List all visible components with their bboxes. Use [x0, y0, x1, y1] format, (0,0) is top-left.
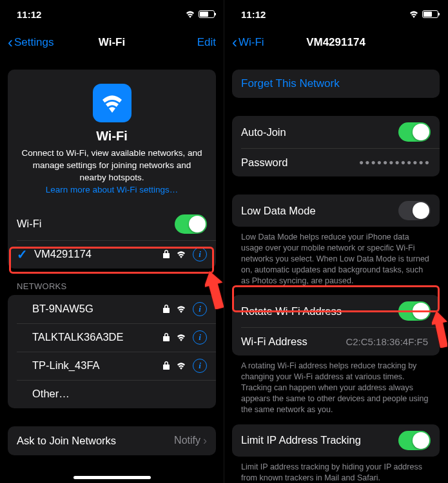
limit-footer: Limit IP address tracking by hiding your… [232, 457, 440, 483]
ask-value: Notify [174, 435, 200, 446]
rotate-label: Rotate Wi-Fi Address [241, 305, 398, 317]
wifi-toggle[interactable] [175, 214, 207, 234]
ask-to-join-row[interactable]: Ask to Join Networks Notify › [8, 426, 216, 455]
limit-toggle[interactable] [398, 431, 431, 450]
info-icon[interactable]: i [193, 302, 207, 316]
forget-network-button[interactable]: Forget This Network [232, 70, 440, 98]
status-icons [409, 10, 438, 18]
limit-label: Limit IP Address Tracking [241, 434, 398, 446]
back-button[interactable]: ‹ Settings [8, 35, 54, 50]
screenshot-wifi-list: 11:12 ‹ Settings Wi-Fi Edit Wi-Fi [0, 0, 224, 483]
networks-list: BT-9NAW5G i TALKTALK36A3DE i [8, 295, 216, 408]
info-icon[interactable]: i [193, 330, 207, 345]
edit-button[interactable]: Edit [197, 36, 216, 49]
password-label: Password [241, 156, 359, 169]
wifi-signal-icon [176, 334, 186, 341]
wifi-addr-label: Wi-Fi Address [241, 336, 346, 348]
screenshot-network-detail: 11:12 ‹ Wi-Fi VM4291174 Forget This Netw… [224, 0, 447, 483]
connected-network-row[interactable]: ✓ VM4291174 i [8, 240, 216, 269]
hero-learn-more-link[interactable]: Learn more about Wi-Fi settings… [46, 185, 179, 194]
wifi-hero-card: Wi-Fi Connect to Wi-Fi, view available n… [8, 70, 216, 269]
wifi-icon [185, 10, 195, 18]
low-data-toggle[interactable] [398, 201, 431, 220]
forget-label: Forget This Network [241, 77, 340, 90]
low-data-footer: Low Data Mode helps reduce your iPhone d… [232, 227, 440, 289]
ask-label: Ask to Join Networks [17, 435, 174, 447]
wifi-app-icon [93, 84, 131, 122]
wifi-signal-icon [176, 305, 186, 313]
nav-bar: ‹ Wi-Fi VM4291174 [224, 28, 447, 57]
status-bar: 11:12 [0, 0, 224, 28]
wifi-addr-value: C2:C5:18:36:4F:F5 [346, 336, 428, 347]
home-indicator[interactable] [73, 476, 151, 479]
network-name: TP-Link_43FA [32, 359, 163, 372]
status-bar: 11:12 [224, 0, 447, 28]
checkmark-icon: ✓ [17, 247, 28, 262]
status-time: 11:12 [17, 9, 41, 20]
lock-icon [163, 361, 170, 370]
rotate-address-row: Rotate Wi-Fi Address [232, 295, 440, 327]
back-button[interactable]: ‹ Wi-Fi [232, 35, 264, 50]
info-icon[interactable]: i [193, 359, 207, 373]
wifi-signal-icon [176, 362, 186, 370]
connection-options-card: Auto-Join Password ●●●●●●●●●●●● [232, 116, 440, 176]
info-icon[interactable]: i [193, 247, 207, 261]
wifi-toggle-row: Wi-Fi [8, 208, 216, 240]
networks-header: NETWORKS [8, 269, 216, 295]
chevron-left-icon: ‹ [232, 35, 237, 50]
limit-tracking-card: Limit IP Address Tracking [232, 424, 440, 457]
hero-body: Connect to Wi-Fi, view available network… [22, 148, 202, 182]
wifi-address-card: Rotate Wi-Fi Address Wi-Fi Address C2:C5… [232, 295, 440, 355]
chevron-left-icon: ‹ [8, 35, 13, 50]
status-time: 11:12 [241, 9, 266, 20]
network-name: TALKTALK36A3DE [32, 331, 163, 343]
wifi-toggle-label: Wi-Fi [17, 218, 175, 230]
rotate-footer: A rotating Wi-Fi address helps reduce tr… [232, 355, 440, 417]
network-row[interactable]: TALKTALK36A3DE i [8, 323, 216, 352]
lock-icon [163, 333, 170, 341]
network-name: BT-9NAW5G [32, 303, 163, 315]
lock-icon [163, 305, 170, 313]
password-value-masked: ●●●●●●●●●●●● [359, 158, 431, 167]
hero-title: Wi-Fi [18, 129, 206, 144]
status-icons [185, 10, 215, 18]
wifi-icon [409, 10, 419, 18]
connected-network-name: VM4291174 [34, 248, 163, 260]
auto-join-label: Auto-Join [241, 126, 398, 138]
chevron-right-icon: › [203, 434, 207, 448]
other-network-row[interactable]: Other… [8, 380, 216, 408]
back-label: Settings [14, 36, 54, 49]
battery-icon [422, 10, 438, 18]
low-data-card: Low Data Mode [232, 194, 440, 227]
other-label: Other… [32, 388, 207, 400]
lock-icon [163, 250, 170, 258]
nav-bar: ‹ Settings Wi-Fi Edit [0, 28, 224, 57]
wifi-signal-icon [176, 251, 186, 258]
battery-icon [199, 10, 215, 18]
password-row[interactable]: Password ●●●●●●●●●●●● [232, 148, 440, 176]
auto-join-row: Auto-Join [232, 116, 440, 148]
network-row[interactable]: BT-9NAW5G i [8, 295, 216, 323]
wifi-address-row[interactable]: Wi-Fi Address C2:C5:18:36:4F:F5 [232, 327, 440, 355]
back-label: Wi-Fi [239, 36, 264, 49]
network-row[interactable]: TP-Link_43FA i [8, 352, 216, 380]
low-data-row: Low Data Mode [232, 194, 440, 227]
forget-network-card: Forget This Network [232, 70, 440, 98]
rotate-toggle[interactable] [398, 301, 431, 321]
low-data-label: Low Data Mode [241, 205, 398, 217]
limit-tracking-row: Limit IP Address Tracking [232, 424, 440, 457]
auto-join-toggle[interactable] [398, 122, 431, 142]
